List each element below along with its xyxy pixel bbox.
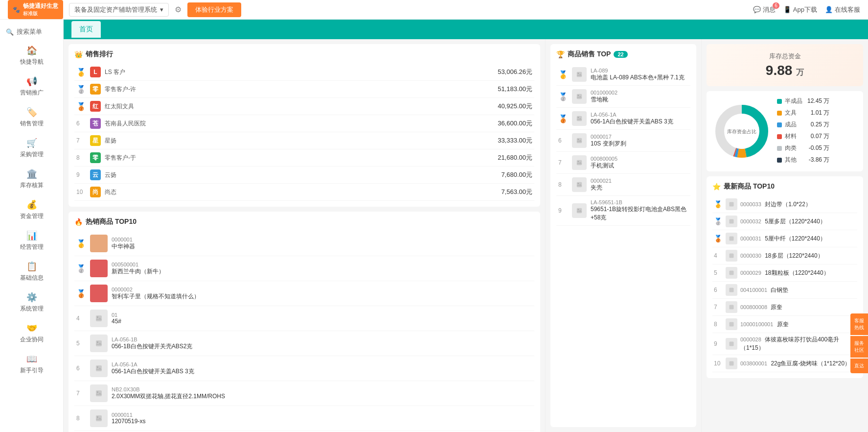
sidebar-item-marketing[interactable]: 📢 营销推广 bbox=[0, 71, 63, 102]
legend-dot bbox=[777, 111, 782, 116]
svg-rect-37 bbox=[730, 305, 734, 310]
online-service-button[interactable]: 👤 在线客服 bbox=[825, 5, 860, 14]
rank-number: 8 bbox=[76, 415, 80, 422]
online-service-label: 在线客服 bbox=[835, 5, 860, 14]
search-icon: 🔍 bbox=[6, 28, 14, 36]
sidebar-item-sales[interactable]: 🏷️ 销售管理 bbox=[0, 102, 63, 133]
rank-badge: 尚 bbox=[90, 187, 101, 197]
svg-point-9 bbox=[97, 416, 98, 418]
product-name: 5厘中纤（1220*2440） bbox=[765, 235, 826, 242]
legend-item: 成品 0.25 万 bbox=[777, 120, 829, 129]
svg-rect-0 bbox=[96, 315, 102, 321]
newest-products-title: ⭐ 最新商品 TOP10 bbox=[712, 182, 857, 191]
sidebar-label-purchase: 采购管理 bbox=[20, 150, 44, 159]
tab-home[interactable]: 首页 bbox=[71, 21, 101, 38]
legend-dot bbox=[777, 158, 782, 163]
product-name: 原奎 bbox=[777, 321, 789, 328]
customer-service-button[interactable]: 客服热线 bbox=[850, 313, 868, 335]
legend-value: -3.86 万 bbox=[809, 156, 830, 164]
app-download-button[interactable]: 📱 App下载 bbox=[783, 5, 817, 14]
service-community-button[interactable]: 服务社区 bbox=[850, 336, 868, 358]
rank-number: 7 bbox=[76, 137, 80, 144]
customer-amount: 33,333.00元 bbox=[335, 132, 534, 149]
sidebar: 🔍 搜索菜单 🏠 快捷导航 📢 营销推广 🏷️ 销售管理 🛒 采购管理 🏛️ 库… bbox=[0, 20, 64, 432]
settings-icon[interactable]: ⚙ bbox=[175, 5, 182, 14]
app-download-label: App下载 bbox=[793, 5, 817, 14]
svg-rect-39 bbox=[730, 342, 734, 346]
user-icon: 👤 bbox=[825, 6, 833, 13]
sidebar-item-operations[interactable]: 📊 经营管理 bbox=[0, 225, 63, 256]
customer-ranking-row: 🥈 零 零售客户-许 51,183.00元 bbox=[74, 81, 534, 98]
sidebar-item-cooperation[interactable]: 🤝 企业协同 bbox=[0, 318, 63, 349]
main-content: 首页 👑 销售排行 🥇 L LS 客户 53,006.26元 🥈 bbox=[64, 20, 868, 432]
sidebar-label-finance: 资金管理 bbox=[20, 212, 44, 220]
product-code: 10000100001 bbox=[740, 321, 773, 327]
medal-icon: 🥈 bbox=[76, 264, 86, 273]
product-name: 封边带（1.0*22） bbox=[765, 201, 811, 208]
product-name: 5厘多层（1220*2440） bbox=[765, 218, 826, 225]
sidebar-item-basic[interactable]: 📋 基础信息 bbox=[0, 256, 63, 287]
system-selector[interactable]: 装备及固定资产辅助管理系统 ▾ bbox=[69, 3, 169, 17]
rank-number: 7 bbox=[714, 304, 717, 311]
product-thumb bbox=[90, 384, 108, 402]
right-panel: 库存总资金 9.88 万 bbox=[702, 39, 868, 432]
sidebar-item-inventory[interactable]: 🏛️ 库存核算 bbox=[0, 164, 63, 194]
product-code: 01 bbox=[112, 312, 532, 318]
product-code: LA-59651-1B bbox=[591, 199, 688, 205]
product-name: 2.0X30MM双搓花轴,搓花直径2.1MM/ROHS bbox=[112, 392, 532, 401]
chart-legend: 半成品 12.45 万 文具 1.01 万 成品 0.25 万 材料 0.07 … bbox=[777, 97, 829, 166]
hot-product-row: 5 LA-056-1B 056-1B白色按键开关壳ABS2克 bbox=[74, 331, 534, 356]
medal-icon: 🥇 bbox=[76, 240, 86, 248]
hot-product-row: 6 LA-056-1A 056-1A白色按键开关盖ABS 3克 bbox=[74, 356, 534, 381]
product-sales-title: 🏆 商品销售 TOP 22 bbox=[556, 50, 690, 59]
product-thumb bbox=[572, 155, 587, 170]
medal-icon: 🥇 bbox=[714, 200, 722, 208]
svg-rect-34 bbox=[730, 254, 734, 258]
direct-button[interactable]: 直达 bbox=[850, 359, 868, 373]
stock-chart-box: 库存资金占比 半成品 12.45 万 文具 1.01 万 成品 0.25 万 材… bbox=[707, 91, 863, 171]
product-name: 056-1B白色按键开关壳ABS2克 bbox=[112, 342, 532, 351]
message-button[interactable]: 💬 消息 6 bbox=[753, 5, 776, 14]
sales-icon: 🏷️ bbox=[26, 107, 37, 118]
sidebar-item-quick-nav[interactable]: 🏠 快捷导航 bbox=[0, 40, 63, 71]
stock-total-label: 库存总资金 bbox=[714, 52, 855, 61]
sidebar-item-system[interactable]: ⚙️ 系统管理 bbox=[0, 287, 63, 318]
svg-point-3 bbox=[97, 341, 98, 343]
product-sales-row: 🥈 001000002 雪地靴 bbox=[556, 86, 690, 108]
svg-rect-32 bbox=[730, 219, 734, 224]
content-area: 👑 销售排行 🥇 L LS 客户 53,006.26元 🥈 零 零售客户-许 5… bbox=[64, 39, 868, 432]
legend-label: 其他 bbox=[785, 156, 804, 164]
product-thumb bbox=[572, 177, 587, 192]
sidebar-label-operations: 经营管理 bbox=[20, 243, 44, 251]
rank-number: 9 bbox=[558, 207, 562, 214]
product-code: 0000011 bbox=[112, 412, 532, 418]
product-thumb bbox=[726, 301, 737, 313]
trial-button[interactable]: 体验行业方案 bbox=[187, 2, 241, 17]
product-name: 18颗粒板（1220*2440） bbox=[765, 269, 829, 276]
sidebar-item-guide[interactable]: 📖 新手引导 bbox=[0, 349, 63, 380]
legend-value: 0.25 万 bbox=[811, 120, 830, 129]
sidebar-label-system: 系统管理 bbox=[20, 305, 44, 313]
product-code: 0000002 bbox=[112, 287, 532, 292]
legend-dot bbox=[777, 99, 782, 104]
sidebar-item-purchase[interactable]: 🛒 采购管理 bbox=[0, 133, 63, 164]
svg-point-25 bbox=[578, 209, 579, 211]
legend-dot bbox=[777, 122, 782, 127]
rank-badge: L bbox=[90, 67, 101, 77]
legend-label: 文具 bbox=[785, 109, 804, 117]
svg-rect-38 bbox=[730, 322, 734, 327]
product-sales-table: 🥇 LA-089 电池盖 LA-089 ABS本色+黑种 7.1克 🥈 0010… bbox=[556, 64, 690, 226]
product-sales-row: 8 0000021 夹壳 bbox=[556, 174, 690, 196]
hot-product-row: 8 0000011 12070519-xs bbox=[74, 406, 534, 431]
svg-rect-40 bbox=[730, 361, 734, 366]
product-thumb bbox=[726, 216, 737, 227]
rank-number: 7 bbox=[76, 390, 80, 397]
product-name: 电池盖 LA-089 ABS本色+黑种 7.1克 bbox=[591, 73, 688, 82]
search-menu[interactable]: 🔍 搜索菜单 bbox=[0, 24, 63, 40]
system-name: 装备及固定资产辅助管理系统 bbox=[74, 5, 157, 14]
sidebar-item-finance[interactable]: 💰 资金管理 bbox=[0, 194, 63, 225]
product-code: LA-056-1A bbox=[112, 361, 532, 367]
rank-number: 6 bbox=[558, 137, 562, 144]
customer-ranking-box: 👑 销售排行 🥇 L LS 客户 53,006.26元 🥈 零 零售客户-许 5… bbox=[69, 44, 540, 207]
customer-name: 苍南县人民医院 bbox=[103, 115, 335, 132]
